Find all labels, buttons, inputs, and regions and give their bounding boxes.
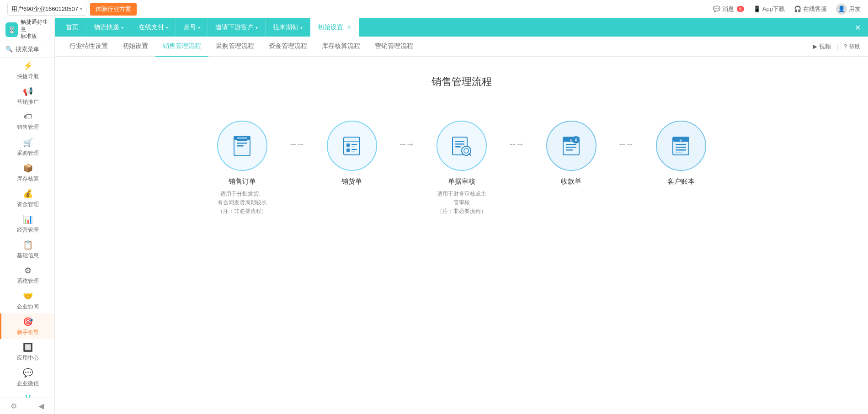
flow-arrow-1: - - → [283, 121, 311, 149]
kucun-icon: 📦 [23, 163, 33, 173]
page-title: 销售管理流程 [64, 75, 859, 89]
video-icon: ▶ [813, 43, 817, 50]
flow-item-receipt: ¥ ¥ 收款单 [530, 121, 612, 190]
sidebar-item-zijin[interactable]: 💰 资金管理 [0, 186, 54, 211]
sidebar-search[interactable]: 🔍 搜索菜单 [0, 41, 54, 58]
svg-rect-9 [346, 149, 350, 152]
sidebar-item-yingyong[interactable]: 🔲 应用中心 [0, 339, 54, 365]
flow-arrow-2: - - → [393, 121, 421, 149]
online-service-item[interactable]: 🎧 在线客服 [794, 5, 827, 13]
delivery-label: 销货单 [341, 177, 362, 186]
delivery-circle[interactable] [327, 121, 377, 171]
tab-logistics-label: 物流快递 [94, 23, 119, 32]
subtab-inventory-flow[interactable]: 库存核算流程 [314, 37, 367, 57]
user-selector[interactable]: 用户690企业1660120507 ▾ [7, 3, 86, 16]
svg-rect-16 [455, 143, 464, 145]
help-item[interactable]: ? 帮助 [844, 42, 861, 51]
video-label: 视频 [819, 42, 831, 51]
flow-arrow-3: - - → [503, 121, 530, 149]
svg-rect-35 [676, 152, 682, 153]
sidebar-item-caigou[interactable]: 🛒 采购管理 [0, 134, 54, 160]
subtab-sales-flow-label: 销售管理流程 [163, 42, 201, 50]
svg-line-20 [469, 154, 471, 155]
app-download-item[interactable]: 📱 App下载 [753, 5, 785, 13]
yingyong-icon: 🔲 [23, 342, 33, 352]
tab-home-label: 首页 [66, 23, 79, 32]
svg-rect-12 [351, 146, 355, 147]
subtab-finance-flow[interactable]: 资金管理流程 [261, 37, 314, 57]
svg-rect-26 [566, 149, 573, 151]
flow-item-sales-order: 销售订单 适用于分批发货、有合同发货周期较长（注：非必要流程） [201, 121, 283, 216]
tab-home[interactable]: 首页 [59, 18, 86, 37]
tab-logistics[interactable]: 物流快递 ▾ [86, 18, 131, 37]
divider: | [836, 43, 838, 50]
main-content: 首页 物流快递 ▾ 在线支付 ▾ 账号 ▾ 邀请下游客户 ▾ 往来期初 ▾ [55, 18, 868, 414]
sidebar-item-yingxiao[interactable]: 📢 营销推广 [0, 83, 54, 109]
sidebar-item-qiye[interactable]: 🤝 企业协同 [0, 288, 54, 313]
kuaijie-icon: ⚡ [23, 61, 33, 71]
zijin-label: 资金管理 [17, 201, 39, 208]
jichu-icon: 📋 [23, 240, 33, 250]
svg-rect-5 [237, 138, 247, 138]
subtab-industry[interactable]: 行业特性设置 [62, 37, 115, 57]
sidebar-item-hui[interactable]: V 畅会员 [0, 390, 54, 398]
subtab-initial[interactable]: 初始设置 [115, 37, 155, 57]
svg-text:¥: ¥ [574, 138, 577, 143]
tab-initial-close-icon[interactable]: ✕ [347, 24, 351, 31]
svg-rect-33 [676, 147, 686, 148]
qiye-label: 企业协同 [17, 303, 39, 311]
nav-close-right-icon[interactable]: ✕ [851, 23, 864, 32]
settings-bottom-icon[interactable]: ⚙ [11, 402, 17, 410]
sidebar-item-xiaoshou[interactable]: 🏷 销售管理 [0, 109, 54, 134]
subtab-marketing-flow[interactable]: 营销管理流程 [367, 37, 421, 57]
tab-logistics-arrow: ▾ [121, 25, 123, 30]
trial-button[interactable]: 体验行业方案 [90, 3, 137, 16]
flow-arrow-4: - - → [612, 121, 640, 149]
tab-account[interactable]: 账号 ▾ [176, 18, 208, 37]
chevron-down-icon: ▾ [80, 6, 82, 11]
svg-text:¥: ¥ [570, 138, 572, 143]
search-icon: 🔍 [5, 46, 13, 53]
tab-initial-settings[interactable]: 初始设置 ✕ [310, 18, 359, 37]
caigou-label: 采购管理 [17, 149, 39, 157]
subtab-finance-flow-label: 资金管理流程 [269, 42, 307, 50]
page-content: 销售管理流程 销售订单 [55, 57, 868, 414]
top-bar: 用户690企业1660120507 ▾ 体验行业方案 💬 消息 6 📱 App下… [0, 0, 868, 18]
receipt-circle[interactable]: ¥ ¥ [546, 121, 596, 171]
sidebar-item-kucun[interactable]: 📦 库存核算 [0, 160, 54, 186]
app-label: App下载 [762, 5, 785, 13]
receipt-icon: ¥ ¥ [559, 133, 584, 159]
subtab-industry-label: 行业特性设置 [69, 42, 108, 50]
sidebar-item-xinshou[interactable]: 🎯 新手引导 [0, 313, 54, 339]
xiaoshou-icon: 🏷 [24, 112, 32, 122]
audit-circle[interactable] [437, 121, 487, 171]
qiye-icon: 🤝 [23, 291, 33, 301]
sidebar-item-kuaijie[interactable]: ⚡ 快捷导航 [0, 58, 54, 83]
sidebar-item-jichu[interactable]: 📋 基础信息 [0, 237, 54, 262]
subtab-sales-flow[interactable]: 销售管理流程 [155, 37, 208, 57]
video-help-item[interactable]: ▶ 视频 [813, 42, 831, 51]
tab-payment[interactable]: 在线支付 ▾ [131, 18, 176, 37]
arrow-2-icon: - - → [400, 139, 413, 149]
sidebar-item-xitong[interactable]: ⚙ 系统管理 [0, 262, 54, 288]
account-circle[interactable]: ¥ [656, 121, 706, 171]
yingxiao-icon: 📢 [23, 86, 33, 96]
sidebar-item-weixin[interactable]: 💬 企业微信 [0, 365, 54, 390]
user-label: 用户690企业1660120507 [11, 5, 78, 13]
service-label: 在线客服 [803, 5, 827, 13]
subtab-purchase-flow[interactable]: 采购管理流程 [208, 37, 261, 57]
weixin-label: 企业微信 [17, 380, 39, 387]
zijin-icon: 💰 [23, 189, 33, 199]
tab-period[interactable]: 往来期初 ▾ [266, 18, 310, 37]
message-item[interactable]: 💬 消息 6 [713, 5, 744, 13]
tab-invite-label: 邀请下游客户 [215, 23, 254, 32]
xinshou-icon: 🎯 [23, 317, 33, 327]
tab-invite[interactable]: 邀请下游客户 ▾ [208, 18, 266, 37]
sidebar-item-jingying[interactable]: 📊 经营管理 [0, 211, 54, 237]
sales-order-circle[interactable] [217, 121, 267, 171]
user-item[interactable]: 👤 用友 [836, 4, 861, 15]
collapse-icon[interactable]: ◀ [38, 402, 44, 410]
svg-rect-1 [237, 140, 247, 141]
svg-rect-10 [351, 144, 357, 145]
delivery-icon [339, 133, 364, 159]
